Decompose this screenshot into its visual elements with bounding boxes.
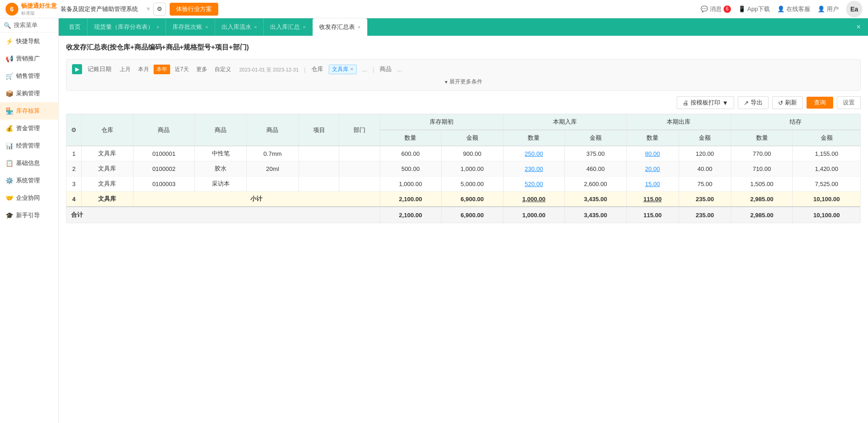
warehouse-filter-tag: 文具库 × [329, 65, 357, 74]
export-icon: ↗ [744, 99, 749, 106]
table-container: ⚙ 仓库 商品 商品 商品 项目 部门 库存期初 本期入库 本期出库 结存 [66, 114, 861, 223]
user-avatar[interactable]: Ea [846, 1, 862, 17]
total-open-qty: 2,100.00 [380, 207, 442, 223]
cell-code-2: 0100002 [133, 161, 195, 176]
top-bar-right: 💬 消息 6 📱 App下载 👤 在线客服 👤 用户 Ea [701, 1, 862, 17]
tab-batch-ledger[interactable]: 库存批次账 × [166, 18, 215, 36]
cell-close-amt-3: 7,525.00 [793, 176, 860, 192]
search-icon: 🔍 [4, 22, 11, 29]
filter-expand-button[interactable]: ▾ 展开更多条件 [72, 78, 855, 86]
tab-close-inout-flow[interactable]: × [254, 24, 257, 30]
user-icon: 👤 [818, 5, 825, 12]
tab-close-recv-send-summary[interactable]: × [358, 24, 360, 30]
th-warehouse: 仓库 [82, 114, 133, 146]
th-in-amt: 金额 [565, 130, 627, 146]
sidebar-item-finance[interactable]: 💰 资金管理 [0, 120, 58, 137]
th-out-amt: 金额 [679, 130, 731, 146]
sidebar-item-marketing[interactable]: 📢 营销推广 [0, 50, 58, 67]
tab-inout-summary[interactable]: 出入库汇总 × [264, 18, 312, 36]
total-close-qty: 2,985.00 [731, 207, 793, 223]
app-title-sub: 标准版 [21, 10, 57, 16]
sidebar-item-system[interactable]: ⚙️ 系统管理 [0, 172, 58, 189]
subtotal-out-qty[interactable]: 115.00 [626, 192, 679, 207]
subtotal-out-amt: 235.00 [679, 192, 731, 207]
cell-name-2: 胶水 [195, 161, 247, 176]
sidebar-item-quick-nav[interactable]: ⚡ 快捷导航 [0, 33, 58, 50]
subtotal-in-qty[interactable]: 1,000.00 [503, 192, 565, 207]
tab-close-inout-summary[interactable]: × [303, 24, 305, 30]
date-range-display: 2023-01-01 至 2023-12-31 [239, 66, 299, 73]
subtotal-row: 4 文具库 小计 2,100.00 6,900.00 1,000.00 3,43… [66, 192, 860, 207]
cell-open-qty-3: 1,000.00 [380, 176, 442, 192]
sidebar-search[interactable]: 🔍 搜索菜单 [0, 18, 58, 33]
sidebar-item-basic-info[interactable]: 📋 基础信息 [0, 154, 58, 172]
online-service-button[interactable]: 👤 在线客服 [777, 5, 810, 13]
date-option-custom[interactable]: 自定义 [212, 65, 234, 74]
sidebar-item-inventory[interactable]: 🏪 库存核算 [0, 102, 58, 120]
tab-inout-flow[interactable]: 出入库流水 × [215, 18, 264, 36]
tab-bar: 首页 现货量（库存分布表） × 库存批次账 × 出入库流水 × 出入库汇总 × [59, 18, 868, 36]
cell-project-2 [299, 161, 339, 176]
cell-name-1: 中性笔 [195, 146, 247, 161]
cell-out-qty-2[interactable]: 20.00 [626, 161, 679, 176]
tab-recv-send-summary[interactable]: 收发存汇总表 × [313, 18, 367, 36]
cell-open-qty-2: 500.00 [380, 161, 442, 176]
tab-inventory-distribution[interactable]: 现货量（库存分布表） × [88, 18, 166, 36]
print-button[interactable]: 🖨 按模板打印 ▼ [677, 96, 734, 109]
tab-close-batch-ledger[interactable]: × [205, 24, 208, 30]
cell-in-qty-2[interactable]: 230.00 [503, 161, 565, 176]
page-title: 收发存汇总表(按仓库+商品编码+商品+规格型号+项目+部门) [66, 43, 861, 52]
warehouse-tag-close[interactable]: × [350, 66, 354, 72]
message-button[interactable]: 💬 消息 6 [701, 5, 731, 13]
cell-in-qty-3[interactable]: 520.00 [503, 176, 565, 192]
date-option-more[interactable]: 更多 [194, 65, 210, 74]
total-in-amt: 3,435.00 [565, 207, 627, 223]
app-title-main: 畅捷通好生意 [21, 2, 57, 10]
filter-toggle-button[interactable]: ▶ [72, 64, 82, 74]
app-download-button[interactable]: 📱 App下载 [738, 5, 770, 13]
th-settings[interactable]: ⚙ [66, 114, 82, 146]
table-row: 2 文具库 0100002 胶水 20ml 500.00 1,000.00 23… [66, 161, 860, 176]
date-option-7days[interactable]: 近7天 [172, 65, 192, 74]
cell-dept-1 [339, 146, 380, 161]
date-option-this-month[interactable]: 本月 [135, 65, 152, 74]
page-content: 收发存汇总表(按仓库+商品编码+商品+规格型号+项目+部门) ▶ 记账日期 上月… [59, 36, 868, 423]
goods-more-button[interactable]: ... [397, 66, 402, 73]
finance-icon: 💰 [6, 125, 13, 132]
cell-out-qty-3[interactable]: 15.00 [626, 176, 679, 192]
inventory-icon: 🏪 [6, 107, 13, 115]
subtotal-close-qty: 2,985.00 [731, 192, 793, 207]
settings-button[interactable]: 设置 [837, 96, 861, 109]
refresh-icon: ↺ [778, 99, 783, 106]
th-out-group: 本期出库 [626, 114, 731, 130]
cell-out-qty-1[interactable]: 80.00 [626, 146, 679, 161]
sidebar-item-guide[interactable]: 🎓 新手引导 [0, 207, 58, 224]
sidebar-item-purchase[interactable]: 📦 采购管理 [0, 85, 58, 102]
date-option-this-year[interactable]: 本年 [154, 65, 170, 74]
cell-name-3: 采访本 [195, 176, 247, 192]
warehouse-more-button[interactable]: ... [362, 66, 367, 73]
sidebar-item-sales[interactable]: 🛒 销售管理 [0, 67, 58, 85]
refresh-button[interactable]: ↺ 刷新 [772, 96, 803, 109]
sidebar-item-operations[interactable]: 📊 经营管理 [0, 137, 58, 154]
tab-close-all-icon[interactable]: × [853, 23, 864, 31]
print-dropdown-icon: ▼ [722, 99, 728, 106]
experience-button[interactable]: 体验行业方案 [170, 3, 218, 16]
query-button[interactable]: 查询 [807, 97, 833, 109]
export-button[interactable]: ↗ 导出 [738, 96, 768, 109]
cell-open-amt-3: 5,000.00 [442, 176, 503, 192]
user-button[interactable]: 👤 用户 [818, 5, 839, 13]
sidebar-item-enterprise[interactable]: 🤝 企业协同 [0, 189, 58, 207]
th-close-qty: 数量 [731, 130, 793, 146]
th-in-qty: 数量 [503, 130, 565, 146]
tab-close-inventory-distribution[interactable]: × [156, 24, 159, 30]
cell-warehouse-2: 文具库 [82, 161, 133, 176]
th-in-group: 本期入库 [503, 114, 626, 130]
tab-home[interactable]: 首页 [62, 18, 88, 36]
cell-in-qty-1[interactable]: 250.00 [503, 146, 565, 161]
subtotal-warehouse: 文具库 [82, 192, 133, 207]
date-option-last-month[interactable]: 上月 [117, 65, 133, 74]
total-out-amt: 235.00 [679, 207, 731, 223]
settings-icon[interactable]: ⚙ [153, 3, 166, 16]
table-row: 1 文具库 0100001 中性笔 0.7mm 600.00 900.00 25… [66, 146, 860, 161]
